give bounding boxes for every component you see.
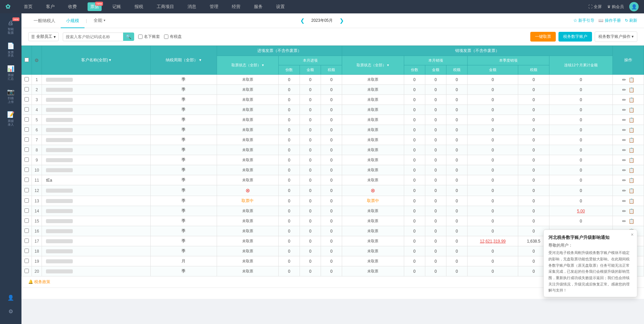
- search-button[interactable]: 🔍: [123, 33, 134, 41]
- nav-operations[interactable]: 经营: [229, 2, 243, 11]
- copy-icon[interactable]: 📋: [629, 97, 634, 103]
- nav-settings[interactable]: 设置: [273, 2, 287, 11]
- table-row: 3 季 未取票 0 0 0 未取票 0 0 0 0 0 0 ✏ 📋: [22, 95, 644, 105]
- sidebar-item-invoice-entry[interactable]: 📝 票据录入: [0, 108, 21, 129]
- quarter-amount-cell: 0: [467, 165, 518, 175]
- notification-close-btn[interactable]: ×: [631, 232, 634, 237]
- row-checkbox[interactable]: [24, 269, 29, 273]
- copy-icon[interactable]: 📋: [629, 87, 634, 92]
- row-checkbox[interactable]: [24, 97, 29, 102]
- sidebar-item-invoice-summary[interactable]: 📊 票据汇总: [0, 62, 21, 83]
- tax-disc-checkbox[interactable]: [164, 35, 168, 39]
- one-key-invoice-btn[interactable]: 一键取票: [530, 32, 556, 42]
- edit-icon[interactable]: ✏: [622, 97, 626, 103]
- nav-billing[interactable]: 收费: [65, 2, 79, 11]
- row-checkbox[interactable]: [24, 208, 29, 213]
- row-checkbox[interactable]: [24, 188, 29, 192]
- tax-disc-checkbox-label[interactable]: 有税盘: [164, 34, 182, 40]
- next-month-btn[interactable]: ❯: [335, 17, 348, 24]
- copy-icon[interactable]: 📋: [629, 127, 634, 133]
- copy-icon[interactable]: 📋: [629, 178, 634, 183]
- copy-icon[interactable]: 📋: [629, 107, 634, 113]
- row-checkbox[interactable]: [24, 87, 29, 91]
- edit-icon[interactable]: ✏: [622, 198, 626, 204]
- edit-icon[interactable]: ✏: [622, 188, 626, 193]
- digital-account-ops-btn[interactable]: 税务数字账户操作 ▾: [595, 31, 637, 42]
- nav-invoices[interactable]: 票据 new: [88, 2, 102, 11]
- row-checkbox[interactable]: [24, 229, 29, 233]
- nav-tax[interactable]: 报税: [132, 2, 146, 11]
- nav-home[interactable]: 首页: [21, 2, 35, 11]
- prev-month-btn[interactable]: ❮: [296, 17, 309, 24]
- nav-business[interactable]: 工商项目: [154, 2, 177, 11]
- sidebar-item-smart-invoice[interactable]: 🖨 智能取票 new: [0, 17, 21, 38]
- row-checkbox[interactable]: [24, 107, 29, 112]
- copy-icon[interactable]: 📋: [629, 117, 634, 123]
- edit-icon[interactable]: ✏: [622, 168, 626, 173]
- row-checkbox[interactable]: [24, 77, 29, 81]
- nav-accounting[interactable]: 记账: [110, 2, 124, 11]
- row-checkbox[interactable]: [24, 147, 29, 152]
- row-checkbox[interactable]: [24, 239, 29, 243]
- edit-icon[interactable]: ✏: [622, 137, 626, 143]
- row-checkbox[interactable]: [24, 198, 29, 203]
- avatar[interactable]: 👤: [629, 2, 639, 11]
- copy-icon[interactable]: 📋: [629, 198, 634, 204]
- select-all-checkbox[interactable]: [24, 58, 29, 62]
- edit-icon[interactable]: ✏: [622, 127, 626, 133]
- refresh-link[interactable]: ↻ 刷新: [625, 18, 637, 23]
- employee-select[interactable]: ☰ 全部员工 ▾: [28, 32, 59, 41]
- copy-icon[interactable]: 📋: [629, 168, 634, 173]
- sidebar-item-open-invoice[interactable]: 📄 发票开具: [0, 40, 21, 61]
- row-checkbox-cell: [22, 206, 32, 216]
- fullscreen-btn[interactable]: ⛶ 全屏: [588, 4, 601, 10]
- sidebar-item-settings[interactable]: ⚙: [6, 306, 15, 317]
- row-checkbox[interactable]: [24, 168, 29, 172]
- edit-icon[interactable]: ✏: [622, 157, 626, 163]
- processing-status: 取票中: [241, 198, 254, 203]
- row-checkbox[interactable]: [24, 127, 29, 132]
- sidebar-item-scan-upload[interactable]: 📷 扫描上传: [0, 85, 21, 107]
- copy-icon[interactable]: 📋: [629, 218, 634, 224]
- digital-account-btn[interactable]: 税务数字账户: [558, 32, 592, 42]
- search-input[interactable]: [63, 33, 123, 41]
- edit-icon[interactable]: ✏: [622, 208, 626, 214]
- sidebar-item-user[interactable]: 👤: [6, 292, 15, 304]
- quarter-amount-cell: 0: [467, 256, 518, 266]
- sub-account-checkbox-label[interactable]: 名下账套: [138, 34, 160, 40]
- member-btn[interactable]: ♛ 购会员: [607, 4, 624, 10]
- operation-manual-link[interactable]: 📖 操作手册: [598, 18, 621, 23]
- row-checkbox[interactable]: [24, 178, 29, 182]
- config-icon[interactable]: ⚙: [35, 58, 39, 63]
- copy-icon[interactable]: 📋: [629, 77, 634, 82]
- edit-icon[interactable]: ✏: [622, 77, 626, 82]
- row-checkbox[interactable]: [24, 137, 29, 142]
- row-checkbox[interactable]: [24, 218, 29, 223]
- tab-general-taxpayer[interactable]: 一般纳税人: [28, 13, 61, 28]
- tab-all-capabilities[interactable]: 全能 ▾: [88, 13, 111, 28]
- edit-icon[interactable]: ✏: [622, 107, 626, 113]
- nav-management[interactable]: 管理: [207, 2, 221, 11]
- new-user-guide-link[interactable]: ☆ 新手引导: [573, 18, 594, 23]
- copy-icon[interactable]: 📋: [629, 137, 634, 143]
- nav-services[interactable]: 服务: [251, 2, 265, 11]
- edit-icon[interactable]: ✏: [622, 147, 626, 153]
- copy-icon[interactable]: 📋: [629, 188, 634, 193]
- row-checkbox[interactable]: [24, 249, 29, 253]
- row-checkbox[interactable]: [24, 117, 29, 122]
- row-checkbox[interactable]: [24, 259, 29, 263]
- edit-icon[interactable]: ✏: [622, 178, 626, 183]
- copy-icon[interactable]: 📋: [629, 208, 634, 214]
- row-checkbox[interactable]: [24, 157, 29, 162]
- nav-clients[interactable]: 客户: [43, 2, 57, 11]
- copy-icon[interactable]: 📋: [629, 157, 634, 163]
- edit-icon[interactable]: ✏: [622, 87, 626, 92]
- in-status-badge: 未取票: [242, 269, 253, 273]
- nav-messages[interactable]: 消息: [185, 2, 199, 11]
- edit-icon[interactable]: ✏: [622, 117, 626, 123]
- copy-icon[interactable]: 📋: [629, 147, 634, 153]
- edit-icon[interactable]: ✏: [622, 218, 626, 224]
- tax-period-cell: 季: [150, 246, 217, 256]
- tab-small-scale[interactable]: 小规模: [61, 13, 85, 28]
- sub-account-checkbox[interactable]: [138, 35, 143, 39]
